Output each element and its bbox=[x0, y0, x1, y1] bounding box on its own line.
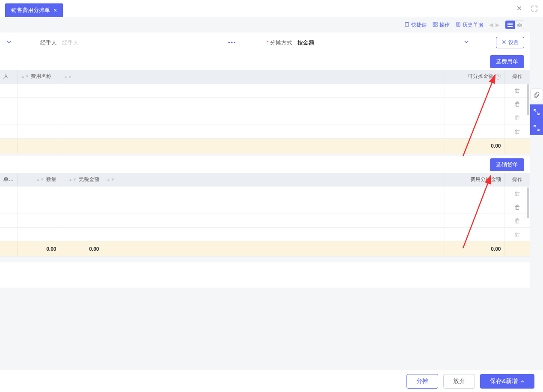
clipboard-icon bbox=[404, 22, 409, 28]
table-row[interactable]: 🗑 bbox=[0, 228, 530, 241]
svg-rect-5 bbox=[436, 25, 437, 27]
col-notax[interactable]: ▲▼无税金额 bbox=[60, 173, 103, 187]
col-person[interactable]: 人 bbox=[0, 70, 17, 83]
tab-title: 销售费用分摊单 bbox=[11, 6, 50, 14]
sales-table: 单位 ▲▼数量 ▲▼无税金额 ▲▼ 费用分摊金额 操作 🗑 🗑 🗑 🗑 bbox=[0, 173, 530, 257]
col-fee-alloc[interactable]: 费用分摊金额 bbox=[445, 173, 504, 187]
trash-icon[interactable]: 🗑 bbox=[514, 114, 520, 121]
trash-icon[interactable]: 🗑 bbox=[514, 190, 520, 197]
col-empty[interactable]: ▲▼ bbox=[60, 70, 445, 83]
fee-table: 人 ▲▼费用名称 ▲▼ 可分摊金额? 操作 🗑 🗑 🗑 🗑 0.00 bbox=[0, 70, 530, 154]
fee-section: 选费用单 人 ▲▼费用名称 ▲▼ 可分摊金额? 操作 🗑 bbox=[0, 53, 530, 154]
prev-icon[interactable]: ◀ bbox=[489, 22, 493, 28]
footer-distributable: 0.00 bbox=[445, 138, 504, 154]
table-footer: 0.00 bbox=[0, 138, 530, 154]
svg-rect-7 bbox=[517, 23, 519, 24]
svg-rect-8 bbox=[520, 23, 522, 24]
history-label: 历史单据 bbox=[463, 21, 483, 29]
col-empty2[interactable]: ▲▼ bbox=[103, 173, 445, 187]
chevron-down-icon[interactable] bbox=[6, 39, 12, 47]
side-tools bbox=[530, 24, 543, 135]
help-icon[interactable]: ? bbox=[495, 74, 501, 80]
operate-label: 操作 bbox=[439, 21, 450, 29]
footer-bar: 分摊 放弃 保存&新增 bbox=[0, 370, 543, 392]
handler-input[interactable] bbox=[61, 39, 224, 46]
save-new-button[interactable]: 保存&新增 bbox=[480, 374, 534, 389]
col-qty[interactable]: ▲▼数量 bbox=[17, 173, 60, 187]
footer-feealloc: 0.00 bbox=[445, 241, 504, 257]
col-distributable[interactable]: 可分摊金额? bbox=[445, 70, 504, 83]
svg-rect-2 bbox=[433, 22, 435, 24]
gear-icon bbox=[501, 39, 507, 46]
grid-icon bbox=[433, 22, 438, 28]
table-row[interactable]: 🗑 bbox=[0, 125, 530, 138]
svg-rect-0 bbox=[405, 22, 409, 27]
memo-area[interactable] bbox=[0, 262, 530, 288]
col-fee-name[interactable]: ▲▼费用名称 bbox=[17, 70, 60, 83]
svg-point-11 bbox=[503, 41, 505, 43]
form-row: 经手人 ••• 分摊方式 设置 bbox=[0, 33, 530, 53]
svg-rect-10 bbox=[520, 25, 522, 27]
col-unit[interactable]: 单位 bbox=[0, 173, 17, 187]
next-icon[interactable]: ▶ bbox=[496, 22, 499, 28]
allocate-button[interactable]: 分摊 bbox=[407, 374, 438, 389]
shortcuts-link[interactable]: 快捷键 bbox=[404, 21, 427, 29]
expand-in-icon[interactable] bbox=[530, 120, 543, 135]
svg-rect-3 bbox=[436, 22, 437, 24]
close-icon[interactable]: × bbox=[53, 7, 57, 14]
method-label: 分摊方式 bbox=[267, 39, 293, 47]
close-panel-icon[interactable]: ✕ bbox=[514, 3, 524, 14]
col-op: 操作 bbox=[504, 70, 530, 83]
table-footer: 0.00 0.00 0.00 bbox=[0, 241, 530, 257]
sales-section: 选销货单 单位 ▲▼数量 ▲▼无税金额 ▲▼ 费用分摊金额 操作 bbox=[0, 156, 530, 257]
table-row[interactable]: 🗑 bbox=[0, 97, 530, 111]
card-view-toggle[interactable] bbox=[515, 21, 524, 29]
handler-label: 经手人 bbox=[40, 39, 57, 47]
trash-icon[interactable]: 🗑 bbox=[514, 204, 520, 211]
trash-icon[interactable]: 🗑 bbox=[514, 101, 520, 107]
footer-qty: 0.00 bbox=[17, 241, 60, 257]
svg-rect-1 bbox=[406, 22, 408, 23]
table-row[interactable]: 🗑 bbox=[0, 200, 530, 214]
select-sales-button[interactable]: 选销货单 bbox=[490, 158, 524, 171]
view-toggle bbox=[505, 21, 524, 29]
operate-link[interactable]: 操作 bbox=[433, 21, 450, 29]
save-new-label: 保存&新增 bbox=[490, 377, 518, 385]
method-select[interactable] bbox=[297, 39, 459, 46]
expand-out-icon[interactable] bbox=[530, 104, 543, 120]
page-toolbar: 快捷键 操作 历史单据 ◀ ▶ bbox=[0, 17, 530, 33]
select-fee-button[interactable]: 选费用单 bbox=[490, 55, 524, 68]
shortcuts-label: 快捷键 bbox=[411, 21, 427, 29]
svg-rect-4 bbox=[433, 25, 435, 27]
trash-icon[interactable]: 🗑 bbox=[514, 87, 520, 94]
table-row[interactable]: 🗑 bbox=[0, 214, 530, 228]
attachment-icon[interactable] bbox=[530, 88, 543, 101]
table-row[interactable]: 🗑 bbox=[0, 187, 530, 200]
trash-icon[interactable]: 🗑 bbox=[514, 128, 520, 135]
scrollbar[interactable] bbox=[527, 84, 529, 115]
trash-icon[interactable]: 🗑 bbox=[514, 217, 520, 224]
col-op2: 操作 bbox=[504, 173, 530, 187]
scrollbar[interactable] bbox=[527, 187, 529, 218]
fullscreen-icon[interactable] bbox=[529, 3, 540, 14]
history-link[interactable]: 历史单据 bbox=[456, 21, 483, 29]
chevron-up-icon bbox=[520, 378, 525, 385]
discard-button[interactable]: 放弃 bbox=[443, 374, 475, 389]
chevron-down-icon[interactable] bbox=[463, 39, 469, 46]
svg-rect-9 bbox=[517, 25, 519, 27]
more-icon[interactable]: ••• bbox=[228, 39, 237, 46]
list-view-toggle[interactable] bbox=[505, 21, 515, 29]
trash-icon[interactable]: 🗑 bbox=[514, 231, 520, 238]
settings-label: 设置 bbox=[508, 39, 519, 46]
table-row[interactable]: 🗑 bbox=[0, 83, 530, 97]
footer-notax: 0.00 bbox=[60, 241, 103, 257]
tab-active[interactable]: 销售费用分摊单 × bbox=[5, 3, 63, 17]
document-icon bbox=[456, 22, 461, 28]
settings-button[interactable]: 设置 bbox=[496, 37, 524, 48]
table-row[interactable]: 🗑 bbox=[0, 111, 530, 125]
tab-bar: 销售费用分摊单 × ✕ bbox=[0, 0, 543, 17]
